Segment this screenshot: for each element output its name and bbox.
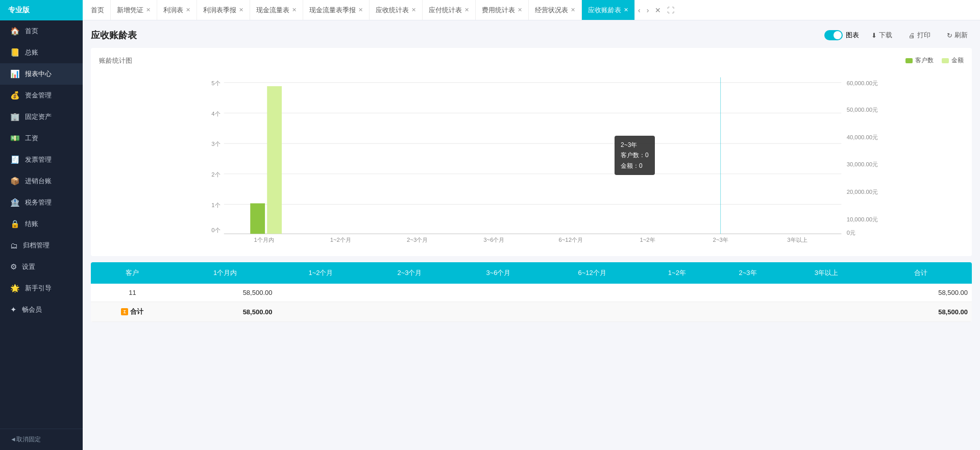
tab-ar-aging[interactable]: 应收账龄表 ✕ (582, 0, 635, 20)
summary-1-2y (642, 302, 713, 322)
chart-toggle-label: 图表 (846, 31, 859, 40)
tab-close-icon[interactable]: ✕ (239, 7, 243, 13)
download-button[interactable]: ⬇ 下载 (867, 29, 896, 42)
cell-2-3y (713, 284, 783, 302)
summary-label: Σ 合计 (95, 307, 170, 316)
tab-cashflow-quarterly[interactable]: 现金流量表季报 ✕ (303, 0, 370, 20)
sidebar-item-home[interactable]: 🏠 首页 (0, 20, 83, 42)
sidebar-item-fund[interactable]: 💰 资金管理 (0, 85, 83, 106)
print-button[interactable]: 🖨 打印 (904, 29, 935, 42)
tab-close-icon[interactable]: ✕ (518, 7, 522, 13)
cell-6-12m (543, 284, 642, 302)
tab-close-icon[interactable]: ✕ (571, 7, 575, 13)
legend-amount-color (942, 58, 949, 63)
col-total: 合计 (869, 262, 972, 284)
header-row: 客户 1个月内 1~2个月 2~3个月 3~6个月 6~12个月 1~2年 2~… (91, 262, 972, 284)
chart-toggle[interactable] (824, 30, 843, 40)
tab-profit-quarterly[interactable]: 利润表季报 ✕ (197, 0, 250, 20)
tab-close-icon[interactable]: ✕ (146, 7, 151, 13)
tab-close-icon[interactable]: ✕ (411, 7, 416, 13)
svg-text:50,000.00元: 50,000.00元 (847, 107, 878, 113)
report-icon: 📊 (10, 69, 20, 79)
tab-profit[interactable]: 利润表 ✕ (157, 0, 197, 20)
toolbar: 图表 ⬇ 下载 🖨 打印 ↻ 刷新 (824, 29, 972, 42)
sidebar-item-report[interactable]: 📊 报表中心 (0, 63, 83, 85)
tab-ar-stats[interactable]: 应收统计表 ✕ (370, 0, 423, 20)
tab-label: 应收账龄表 (588, 6, 621, 15)
sidebar-item-vip[interactable]: ✦ 畅会员 (0, 299, 83, 320)
cell-3-6m (454, 284, 543, 302)
svg-text:5个: 5个 (211, 80, 220, 86)
sidebar-item-label: 畅会员 (22, 305, 42, 314)
chart-title: 账龄统计图 (99, 56, 964, 65)
legend-customer-color (905, 58, 913, 63)
tab-close-icon[interactable]: ✕ (292, 7, 297, 13)
tab-close-icon[interactable]: ✕ (624, 7, 628, 13)
tab-label: 现金流量表季报 (309, 6, 356, 15)
tax-icon: 🏦 (10, 198, 20, 207)
tab-expense-stats[interactable]: 费用统计表 ✕ (476, 0, 529, 20)
sidebar-item-asset[interactable]: 🏢 固定资产 (0, 106, 83, 128)
sidebar-item-archive[interactable]: 🗂 归档管理 (0, 235, 83, 256)
tab-close-icon[interactable]: ✕ (186, 7, 190, 13)
tab-ap-stats[interactable]: 应付统计表 ✕ (423, 0, 476, 20)
cell-1m: 58,500.00 (174, 284, 277, 302)
svg-text:3~6个月: 3~6个月 (483, 237, 504, 243)
cell-1-2y (642, 284, 713, 302)
summary-1-2m (276, 302, 365, 322)
fund-icon: 💰 (10, 91, 20, 100)
sidebar-item-ledger[interactable]: 📒 总账 (0, 42, 83, 63)
main-area: 首页 新增凭证 ✕ 利润表 ✕ 利润表季报 ✕ 现金流量表 ✕ 现金流量表季报 … (83, 0, 980, 450)
sidebar-item-label: 进销台账 (25, 177, 52, 186)
ledger-icon: 📒 (10, 48, 20, 57)
chart-svg: 5个 4个 3个 2个 1个 0个 60,000.00元 50,000.00元 … (99, 69, 964, 248)
summary-total: 58,500.00 (869, 302, 972, 322)
cell-1-2m (276, 284, 365, 302)
tab-label: 费用统计表 (482, 6, 515, 15)
tab-label: 应收统计表 (376, 6, 409, 15)
tab-close-icon[interactable]: ✕ (358, 7, 363, 13)
sidebar-item-close[interactable]: 🔒 结账 (0, 213, 83, 235)
page-title: 应收账龄表 (91, 29, 137, 41)
summary-3-6m (454, 302, 543, 322)
tab-prev-button[interactable]: ‹ (635, 0, 644, 20)
summary-1m: 58,500.00 (174, 302, 277, 322)
tab-cashflow[interactable]: 现金流量表 ✕ (250, 0, 303, 20)
aging-table: 客户 1个月内 1~2个月 2~3个月 3~6个月 6~12个月 1~2年 2~… (91, 262, 972, 322)
unpin-sidebar-button[interactable]: ◄取消固定 (0, 429, 83, 450)
svg-text:30,000.00元: 30,000.00元 (847, 161, 878, 167)
tab-close-all-button[interactable]: ✕ (652, 0, 664, 20)
sidebar-item-label: 税务管理 (25, 198, 52, 207)
sidebar-item-tax[interactable]: 🏦 税务管理 (0, 192, 83, 213)
tab-close-icon[interactable]: ✕ (464, 7, 469, 13)
sidebar-item-invoice[interactable]: 🧾 发票管理 (0, 149, 83, 170)
svg-text:0元: 0元 (847, 230, 855, 236)
sidebar-item-inventory[interactable]: 📦 进销台账 (0, 170, 83, 192)
sidebar-item-settings[interactable]: ⚙ 设置 (0, 256, 83, 278)
bar-amount-1 (267, 86, 282, 234)
page-content: 应收账龄表 图表 ⬇ 下载 🖨 打印 ↻ 刷新 (83, 20, 980, 450)
invoice-icon: 🧾 (10, 155, 20, 164)
tab-voucher[interactable]: 新增凭证 ✕ (111, 0, 157, 20)
summary-6-12m (543, 302, 642, 322)
legend-amount-label: 金额 (951, 56, 964, 65)
sidebar-item-salary[interactable]: 💵 工资 (0, 128, 83, 149)
tab-operation[interactable]: 经营状况表 ✕ (529, 0, 582, 20)
home-icon: 🏠 (10, 27, 20, 36)
refresh-button[interactable]: ↻ 刷新 (943, 29, 972, 42)
tab-bar: 首页 新增凭证 ✕ 利润表 ✕ 利润表季报 ✕ 现金流量表 ✕ 现金流量表季报 … (83, 0, 980, 20)
sidebar-item-guide[interactable]: 🌟 新手引导 (0, 278, 83, 299)
cell-2-3m (365, 284, 454, 302)
summary-row: Σ 合计 58,500.00 58,500.00 (91, 302, 972, 322)
salary-icon: 💵 (10, 134, 20, 143)
svg-text:10,000.00元: 10,000.00元 (847, 216, 878, 222)
sidebar-item-label: 新手引导 (25, 284, 52, 293)
tab-home[interactable]: 首页 (85, 0, 111, 20)
tab-next-button[interactable]: › (644, 0, 652, 20)
cell-total: 58,500.00 (869, 284, 972, 302)
sidebar-item-label: 发票管理 (25, 155, 52, 164)
bar-customer-1 (250, 204, 265, 234)
tab-expand-button[interactable]: ⛶ (664, 0, 677, 20)
svg-text:0个: 0个 (211, 227, 220, 233)
settings-icon: ⚙ (10, 262, 17, 271)
